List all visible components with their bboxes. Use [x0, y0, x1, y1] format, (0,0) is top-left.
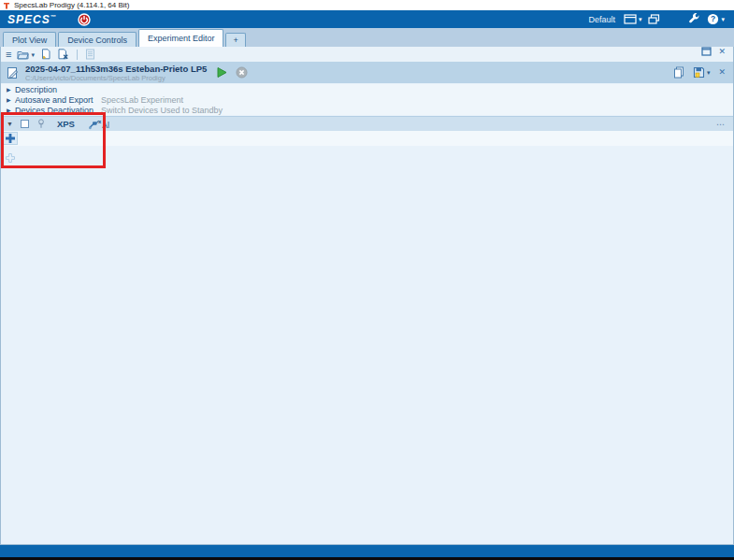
svg-text:?: ?: [711, 14, 715, 23]
save-icon[interactable]: ▾: [693, 66, 711, 79]
help-icon[interactable]: ? ▾: [707, 13, 725, 25]
experiment-sections: ▶ Description ▶ Autosave and Export Spec…: [1, 84, 733, 115]
app-icon: [3, 2, 10, 9]
tab-add-button[interactable]: +: [225, 33, 245, 47]
group-body-strip: [1, 131, 733, 146]
report-icon: [85, 49, 95, 60]
new-experiment-icon[interactable]: [40, 49, 51, 60]
experiment-title: 2025-04-07_11h53m36s Esteban-Prieto LP5: [25, 64, 207, 74]
close-panel-icon[interactable]: ✕: [718, 48, 726, 56]
open-experiment-icon[interactable]: ▾: [17, 50, 35, 60]
experiment-row[interactable]: 2025-04-07_11h53m36s Esteban-Prieto LP5 …: [1, 62, 733, 83]
experiment-file-icon: [7, 66, 19, 79]
section-description[interactable]: ▶ Description: [1, 84, 733, 94]
layouts-icon[interactable]: [648, 14, 660, 24]
tab-device-controls[interactable]: Device Controls: [58, 32, 137, 47]
tab-plot-view[interactable]: Plot View: [3, 32, 56, 47]
run-experiment-icon[interactable]: [216, 66, 228, 79]
group-more-button[interactable]: ⋯: [716, 120, 726, 129]
expand-arrow-icon: ▶: [7, 96, 15, 103]
profile-label: Default: [588, 15, 615, 24]
xps-group-header[interactable]: ▼ XPS x Al ⋯: [1, 116, 733, 131]
tab-experiment-editor[interactable]: Experiment Editor: [138, 29, 224, 47]
float-panel-icon[interactable]: [701, 47, 712, 56]
section-autosave-export[interactable]: ▶ Autosave and Export SpecsLab Experimen…: [1, 94, 733, 105]
app-window: SpecsLab Prodigy (4.114.1, 64 Bit) SPECS…: [0, 0, 734, 560]
group-label: XPS: [57, 119, 75, 129]
window-title: SpecsLab Prodigy (4.114.1, 64 Bit): [14, 0, 129, 10]
copy-icon[interactable]: [673, 66, 684, 79]
status-bar: [0, 545, 734, 557]
experiment-path: C:/Users/victo/Documents/SpecsLab Prodig…: [25, 74, 207, 82]
titlebar: SpecsLab Prodigy (4.114.1, 64 Bit): [0, 0, 734, 10]
group-checkbox[interactable]: [21, 120, 29, 128]
abort-experiment-icon: [236, 66, 248, 79]
layout-select-icon[interactable]: ▾: [624, 14, 642, 24]
experiment-editor-panel: ≡ ▾: [0, 47, 734, 545]
specs-logo: SPECS™: [7, 13, 57, 26]
close-experiment-row-icon[interactable]: ✕: [718, 68, 726, 77]
add-spectrum-button[interactable]: [3, 132, 18, 145]
tab-bar: Plot View Device Controls Experiment Edi…: [0, 28, 734, 47]
add-group-button[interactable]: [4, 151, 16, 164]
toolbar-separator: [77, 50, 78, 60]
xray-source-icon[interactable]: x Al: [88, 119, 109, 130]
menu-icon[interactable]: ≡: [6, 50, 11, 60]
editor-toolbar: ≡ ▾: [1, 47, 733, 62]
expand-arrow-icon: ▶: [7, 86, 15, 93]
collapse-arrow-icon[interactable]: ▼: [7, 121, 13, 127]
close-experiment-icon[interactable]: [57, 49, 69, 60]
power-button-icon[interactable]: [78, 13, 91, 26]
section-devices-deactivation[interactable]: ▶ Devices Deactivation Switch Devices Us…: [1, 105, 733, 115]
anode-label: Al: [102, 121, 109, 130]
expand-arrow-icon: ▶: [7, 107, 15, 113]
pin-icon[interactable]: [36, 119, 46, 129]
settings-wrench-icon[interactable]: [688, 13, 700, 25]
app-header: SPECS™ Default ▾: [0, 10, 734, 28]
